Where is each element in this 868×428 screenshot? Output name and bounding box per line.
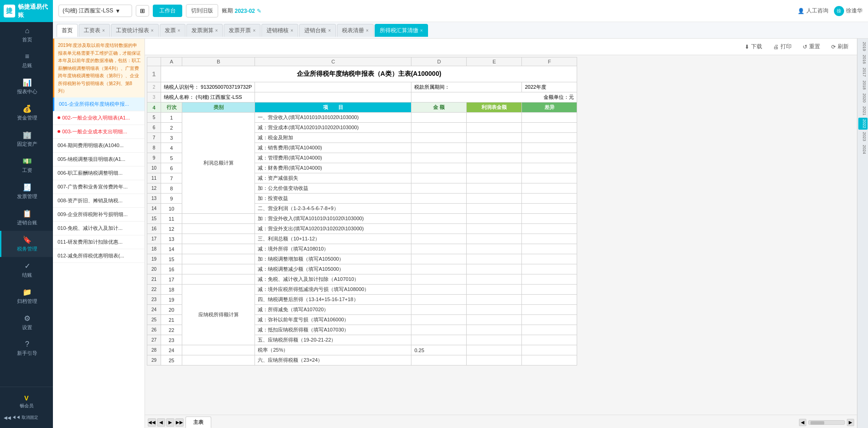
form-list-item-011[interactable]: 011-研发费用加计扣除优惠... — [53, 235, 145, 249]
form-list-item-005[interactable]: 005-纳税调整项目明细表(A1... — [53, 153, 145, 166]
sidebar-item-archive[interactable]: 📁 归档管理 — [0, 283, 53, 309]
tab-invoice-close[interactable]: × — [178, 28, 180, 33]
row-19-lirun[interactable] — [467, 254, 522, 264]
row-22-lirun[interactable] — [467, 285, 522, 295]
row-11-chaye[interactable] — [522, 173, 577, 183]
row-17-quane[interactable] — [411, 234, 467, 244]
row-23-chaye[interactable] — [522, 295, 577, 305]
row-12-lirun[interactable] — [467, 183, 522, 194]
row-7-quane[interactable] — [411, 133, 467, 143]
row-18-lirun[interactable] — [467, 244, 522, 254]
sidebar-item-sales-ledger[interactable]: 📋 进销台账 — [0, 205, 53, 231]
row-12-xingci[interactable]: 8 — [161, 183, 182, 194]
row-19-quane[interactable] — [411, 254, 467, 264]
tab-sales-verify[interactable]: 进销稽核 × — [261, 24, 298, 37]
row-28-quane[interactable]: 0.25 — [411, 345, 467, 355]
row-17-xingci[interactable]: 13 — [161, 234, 182, 244]
row-7-lirun[interactable] — [467, 133, 522, 143]
row-10-xingci[interactable]: 6 — [161, 163, 182, 173]
row-13-quane[interactable] — [411, 194, 467, 204]
row-11-quane[interactable] — [411, 173, 467, 183]
form-list-item-003[interactable]: 003-一般企业成本支出明细... — [53, 125, 145, 139]
row-20-quane[interactable] — [411, 264, 467, 274]
row-8-xingci[interactable]: 4 — [161, 143, 182, 153]
row-29-xingci[interactable]: 25 — [161, 355, 182, 365]
row-7-xingci[interactable]: 3 — [161, 133, 182, 143]
row-12-xiangmu[interactable]: 加：公允价值变动收益 — [255, 183, 411, 194]
row-18-xiangmu[interactable]: 减：境外所得（填写A108010） — [255, 244, 411, 254]
row-19-chaye[interactable] — [522, 254, 577, 264]
row-29-lirun[interactable] — [467, 355, 522, 365]
row-7-chaye[interactable] — [522, 133, 577, 143]
row-22-xiangmu[interactable]: 减：境外应税所得抵减境内亏损（填写A108000） — [255, 285, 411, 295]
tab-payroll-stats[interactable]: 工资统计报表 × — [111, 24, 159, 37]
row-21-chaye[interactable] — [522, 274, 577, 285]
row-29-xiangmu[interactable]: 六、应纳所得税额（23×24） — [255, 355, 411, 365]
tab-invoice[interactable]: 发票 × — [160, 24, 185, 37]
row-26-lirun[interactable] — [467, 325, 522, 335]
row-14-lirun[interactable] — [467, 204, 522, 214]
row-13-xiangmu[interactable]: 加：投资收益 — [255, 194, 411, 204]
row-5-xiangmu[interactable]: 一、营业收入(填写A101010\101020\103000) — [255, 113, 411, 123]
row-12-quane[interactable] — [411, 183, 467, 194]
row-22-xingci[interactable]: 18 — [161, 285, 182, 295]
row-8-quane[interactable] — [411, 143, 467, 153]
tab-payroll-stats-close[interactable]: × — [151, 28, 154, 33]
row-25-xingci[interactable]: 21 — [161, 315, 182, 325]
row-18-quane[interactable] — [411, 244, 467, 254]
row-9-xingci[interactable]: 5 — [161, 153, 182, 163]
row-17-xiangmu[interactable]: 三、利润总额（10+11-12） — [255, 234, 411, 244]
user-service[interactable]: 👤 人工咨询 — [798, 7, 828, 15]
row-14-xingci[interactable]: 10 — [161, 204, 182, 214]
reset-btn[interactable]: ↺ 重置 — [800, 41, 823, 52]
row-5-quane[interactable] — [411, 113, 467, 123]
timeline-2020[interactable]: 2020 — [858, 92, 868, 104]
row-28-xiangmu[interactable]: 税率（25%） — [255, 345, 411, 355]
row-21-quane[interactable] — [411, 274, 467, 285]
row-9-chaye[interactable] — [522, 153, 577, 163]
form-list-item-009[interactable]: 009-企业所得税附补亏损明细... — [53, 208, 145, 222]
row-10-quane[interactable] — [411, 163, 467, 173]
row-13-lirun[interactable] — [467, 194, 522, 204]
sheet-nav-prev[interactable]: ◀ — [157, 418, 165, 427]
sheet-nav-next-next[interactable]: ▶▶ — [175, 418, 184, 427]
row-6-quane[interactable] — [411, 123, 467, 133]
row-19-xiangmu[interactable]: 加：纳税调整增加额（填写A105000） — [255, 254, 411, 264]
sidebar-item-fixed-assets[interactable]: 🏢 固定资产 — [0, 126, 53, 152]
form-list-item-008[interactable]: 008-资产折旧、摊销及纳税... — [53, 194, 145, 208]
timeline-2022[interactable]: 2022 — [858, 118, 868, 130]
row-26-quane[interactable] — [411, 325, 467, 335]
row-24-chaye[interactable] — [522, 305, 577, 315]
row-14-quane[interactable] — [411, 204, 467, 214]
row-26-chaye[interactable] — [522, 325, 577, 335]
timeline-2017[interactable]: 2017 — [858, 66, 868, 78]
sidebar-item-invoice-mgmt[interactable]: 🧾 发票管理 — [0, 178, 53, 205]
spreadsheet-container[interactable]: A B C D E F 1 企业所得税年度纳税申报表（A类）主表(A100000… — [145, 55, 857, 415]
row-24-lirun[interactable] — [467, 305, 522, 315]
sheet-nav-prev-prev[interactable]: ◀◀ — [148, 418, 156, 427]
row-11-lirun[interactable] — [467, 173, 522, 183]
row-23-lirun[interactable] — [467, 295, 522, 305]
sidebar-item-tax-mgmt[interactable]: 🔖 税务管理 — [0, 231, 53, 257]
row-5-xingci[interactable]: 1 — [161, 113, 182, 123]
sidebar-item-close-period[interactable]: ✓ 结账 — [0, 257, 53, 283]
row-29-quane[interactable] — [411, 355, 467, 365]
row-19-xingci[interactable]: 15 — [161, 254, 182, 264]
row-15-xiangmu[interactable]: 加：营业外收入(填写A101010\101020\103000) — [255, 214, 411, 224]
row-25-xiangmu[interactable]: 减：弥补以前年度亏损（填写A106000） — [255, 315, 411, 325]
row-20-lirun[interactable] — [467, 264, 522, 274]
row-8-chaye[interactable] — [522, 143, 577, 153]
row-12-chaye[interactable] — [522, 183, 577, 194]
row-14-xiangmu[interactable]: 二、营业利润（1-2-3-4-5-6-7-8+9） — [255, 204, 411, 214]
sheet-nav-next[interactable]: ▶ — [166, 418, 174, 427]
workbench-btn[interactable]: 工作台 — [153, 5, 182, 17]
row-20-xingci[interactable]: 16 — [161, 264, 182, 274]
company-selector[interactable]: (勾稽) 江西服宝-LSS ▼ — [58, 5, 132, 17]
download-btn[interactable]: ⬇ 下载 — [742, 41, 765, 52]
row-11-xiangmu[interactable]: 减：资产减值损失 — [255, 173, 411, 183]
sidebar-item-fund-mgmt[interactable]: 💰 资金管理 — [0, 100, 53, 126]
row-28-chaye[interactable] — [522, 345, 577, 355]
form-list-item-010[interactable]: 010-免税、减计收入及加计... — [53, 222, 145, 235]
row-16-lirun[interactable] — [467, 224, 522, 234]
row-7-xiangmu[interactable]: 减：税金及附加 — [255, 133, 411, 143]
